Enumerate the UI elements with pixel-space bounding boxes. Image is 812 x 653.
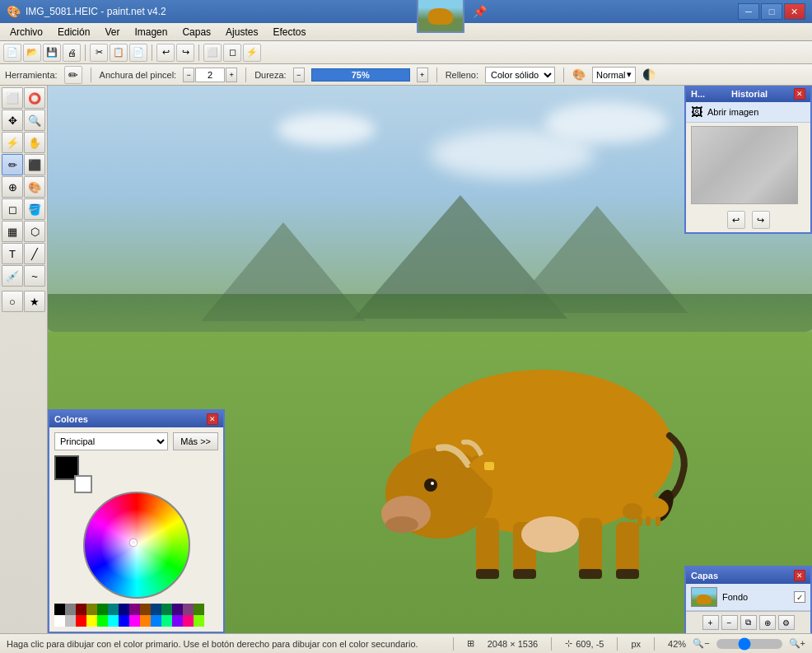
- menu-imagen[interactable]: Imagen: [128, 25, 174, 40]
- layer-item-fondo[interactable]: Fondo ✓: [686, 584, 810, 611]
- palette-cell-12[interactable]: [183, 604, 194, 615]
- palette-cell-20[interactable]: [119, 615, 129, 627]
- delete-layer-btn[interactable]: −: [721, 615, 738, 630]
- menu-edicion[interactable]: Edición: [51, 25, 96, 40]
- palette-cell-16[interactable]: [76, 615, 86, 627]
- color-mode-select[interactable]: Principal: [54, 432, 168, 450]
- palette-cell-23[interactable]: [151, 615, 161, 627]
- redo-button[interactable]: ↪: [176, 44, 194, 62]
- palette-cell-26[interactable]: [183, 615, 194, 627]
- color-wheel[interactable]: [83, 492, 190, 599]
- select-ellipse-tool[interactable]: ○: [2, 291, 23, 312]
- merge-layer-btn[interactable]: ⊕: [759, 615, 776, 630]
- more-colors-button[interactable]: Más >>: [173, 432, 218, 450]
- palette-cell-4[interactable]: [97, 604, 108, 615]
- menu-ver[interactable]: Ver: [98, 25, 126, 40]
- copy-button[interactable]: 📋: [110, 44, 128, 62]
- pencil-tool[interactable]: ✏: [2, 154, 23, 175]
- menu-capas[interactable]: Capas: [175, 25, 217, 40]
- clone-stamp-tool[interactable]: ⊕: [2, 176, 23, 198]
- palette-cell-8[interactable]: [140, 604, 151, 615]
- deselect-button[interactable]: ◻: [223, 44, 241, 62]
- add-layer-btn[interactable]: +: [702, 615, 719, 630]
- history-item-open[interactable]: 🖼 Abrir imagen: [686, 102, 810, 123]
- palette-cell-19[interactable]: [108, 615, 119, 627]
- undo-button[interactable]: ↩: [156, 44, 175, 62]
- shapes-extra-tool[interactable]: ★: [24, 291, 45, 312]
- print-button[interactable]: 🖨: [63, 44, 81, 62]
- eyedropper-tool[interactable]: 💉: [2, 265, 23, 287]
- secondary-color-swatch[interactable]: [74, 475, 92, 493]
- brush-width-dec[interactable]: −: [183, 68, 194, 82]
- palette-cell-11[interactable]: [172, 604, 183, 615]
- hardness-inc[interactable]: +: [417, 68, 428, 82]
- colors-close-button[interactable]: ✕: [207, 413, 218, 425]
- save-button[interactable]: 💾: [43, 44, 61, 62]
- history-undo-btn[interactable]: ↩: [727, 211, 745, 229]
- palette-cell-22[interactable]: [140, 615, 151, 627]
- maximize-button[interactable]: □: [761, 3, 782, 20]
- brush-width-input[interactable]: 2: [195, 68, 225, 82]
- palette-cell-6[interactable]: [119, 604, 129, 615]
- paint-bucket-tool[interactable]: 🪣: [24, 198, 45, 220]
- history-redo-btn[interactable]: ↪: [752, 211, 770, 229]
- gradient-tool[interactable]: ▦: [2, 221, 23, 242]
- lasso-select-tool[interactable]: ⭕: [24, 87, 45, 109]
- fill-select[interactable]: Color sólido: [485, 67, 555, 83]
- cut-button[interactable]: ✂: [90, 44, 108, 62]
- layer-properties-btn[interactable]: ⚙: [778, 615, 795, 630]
- select-all-button[interactable]: ⬜: [203, 44, 222, 62]
- palette-cell-14[interactable]: [54, 615, 65, 627]
- menu-efectos[interactable]: Efectos: [266, 25, 312, 40]
- pin-icon[interactable]: 📌: [473, 5, 487, 18]
- hardness-progress[interactable]: 75%: [311, 68, 410, 82]
- blend-mode-selector[interactable]: Normal ▾: [592, 67, 636, 83]
- pan-tool[interactable]: ✋: [24, 132, 45, 153]
- line-tool[interactable]: ╱: [24, 243, 45, 264]
- palette-cell-9[interactable]: [151, 604, 161, 615]
- text-tool[interactable]: T: [2, 243, 23, 264]
- smudge-tool[interactable]: ~: [24, 265, 45, 287]
- palette-cell-3[interactable]: [86, 604, 97, 615]
- layer-visibility-checkbox[interactable]: ✓: [794, 591, 805, 603]
- history-close-button[interactable]: ✕: [794, 88, 805, 100]
- shapes-tool[interactable]: ⬡: [24, 221, 45, 242]
- palette-cell-17[interactable]: [86, 615, 97, 627]
- palette-cell-2[interactable]: [76, 604, 86, 615]
- rectangle-select-tool[interactable]: ⬜: [2, 87, 23, 109]
- new-button[interactable]: 📄: [3, 44, 21, 62]
- menu-archivo[interactable]: Archivo: [3, 25, 49, 40]
- palette-cell-5[interactable]: [108, 604, 119, 615]
- palette-cell-18[interactable]: [97, 615, 108, 627]
- palette-cell-1[interactable]: [65, 604, 76, 615]
- zoom-tool[interactable]: 🔍: [24, 110, 45, 131]
- eraser-tool[interactable]: ◻: [2, 198, 23, 220]
- palette-cell-24[interactable]: [161, 615, 172, 627]
- palette-cell-21[interactable]: [129, 615, 140, 627]
- fill-tool[interactable]: ⬛: [24, 154, 45, 175]
- palette-cell-25[interactable]: [172, 615, 183, 627]
- hardness-dec[interactable]: −: [293, 68, 305, 82]
- brush-width-inc[interactable]: +: [226, 68, 237, 82]
- recolor-tool[interactable]: 🎨: [24, 176, 45, 198]
- active-tool-icon[interactable]: ✏: [64, 66, 82, 84]
- paste-button[interactable]: 📄: [129, 44, 147, 62]
- duplicate-layer-btn[interactable]: ⧉: [740, 615, 757, 630]
- palette-cell-27[interactable]: [194, 615, 204, 627]
- palette-cell-15[interactable]: [65, 615, 76, 627]
- move-tool[interactable]: ✥: [2, 110, 23, 131]
- palette-cell-13[interactable]: [194, 604, 204, 615]
- palette-cell-0[interactable]: [54, 604, 65, 615]
- zoom-out-icon[interactable]: 🔍−: [693, 638, 709, 649]
- menu-ajustes[interactable]: Ajustes: [219, 25, 264, 40]
- open-button[interactable]: 📂: [23, 44, 41, 62]
- invert-button[interactable]: ⚡: [243, 44, 261, 62]
- magic-wand-tool[interactable]: ⚡: [2, 132, 23, 153]
- palette-cell-10[interactable]: [161, 604, 172, 615]
- zoom-in-icon[interactable]: 🔍+: [789, 638, 805, 649]
- close-button[interactable]: ✕: [784, 3, 805, 20]
- minimize-button[interactable]: ─: [738, 3, 759, 20]
- palette-cell-7[interactable]: [129, 604, 140, 615]
- zoom-slider[interactable]: [716, 639, 782, 649]
- layers-close-button[interactable]: ✕: [794, 570, 805, 581]
